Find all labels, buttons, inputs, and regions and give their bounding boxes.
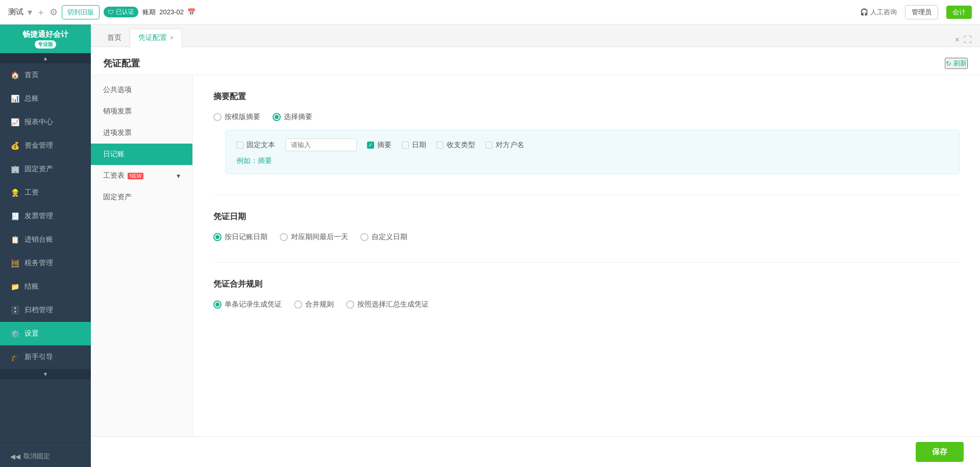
- sidebar-item-guide[interactable]: 🎓 新手引导: [0, 345, 91, 369]
- summary-section: 摘要配置 按模版摘要 选择摘要: [213, 91, 960, 174]
- sidebar-scroll-down[interactable]: ▼: [0, 369, 91, 379]
- service-button[interactable]: 🎧 人工咨询: [860, 8, 897, 17]
- tab-bar-actions: × ⛶: [955, 35, 972, 46]
- switch-old-version-button[interactable]: 切到旧版: [62, 5, 100, 19]
- checkbox-income-type[interactable]: 收支类型: [436, 141, 475, 150]
- config-panel: 摘要配置 按模版摘要 选择摘要: [193, 75, 980, 436]
- invoice-icon: 🧾: [10, 212, 19, 221]
- dropdown-icon[interactable]: ▾: [28, 7, 32, 18]
- add-icon[interactable]: ＋: [36, 6, 45, 18]
- home-icon: 🏠: [10, 71, 19, 80]
- period-label: 账期 2023-02 📅: [142, 8, 195, 17]
- merge-title: 凭证合并规则: [213, 279, 960, 290]
- sidebar-item-report[interactable]: 📈 报表中心: [0, 110, 91, 134]
- checkbox-fixed-text[interactable]: 固定文本: [236, 141, 275, 150]
- counterparty-checkbox: [485, 142, 493, 149]
- tab-close-icon[interactable]: ×: [955, 35, 960, 44]
- fixed-text-input[interactable]: [285, 138, 357, 151]
- left-nav-journal[interactable]: 日记账: [91, 144, 192, 165]
- date-section: 凭证日期 按日记账日期 对应期间最后一天: [213, 212, 960, 242]
- summary-radio-group: 按模版摘要 选择摘要: [213, 112, 960, 122]
- sidebar-pin-button[interactable]: ◀◀ 取消固定: [0, 446, 91, 467]
- radio-select-summary[interactable]: 选择摘要: [273, 112, 312, 122]
- sidebar-item-tax[interactable]: 🧮 税务管理: [0, 251, 91, 275]
- sidebar-item-archive[interactable]: 🗄️ 归档管理: [0, 298, 91, 322]
- left-nav-fixed-assets[interactable]: 固定资产: [91, 186, 192, 208]
- radio-merge-circle: [294, 300, 302, 309]
- radio-single-circle: [213, 300, 222, 309]
- tab-close-button[interactable]: ×: [170, 34, 174, 41]
- content-wrapper: 首页 凭证配置 × × ⛶ 凭证配置 ↻ 刷新: [91, 25, 980, 467]
- user-button[interactable]: 管理员: [905, 5, 938, 19]
- tax-icon: 🧮: [10, 259, 19, 268]
- refresh-button[interactable]: ↻ 刷新: [945, 58, 968, 69]
- certified-badge: 🛡 已认证: [104, 7, 138, 17]
- sidebar-scroll-up[interactable]: ▲: [0, 53, 91, 63]
- divider-1: [213, 195, 960, 195]
- tab-home[interactable]: 首页: [99, 29, 130, 46]
- config-body: 公共选项 销项发票 进项发票 日记账 工资表: [91, 75, 980, 436]
- left-nav-payroll-table[interactable]: 工资表 NEW ▾: [91, 165, 192, 186]
- sidebar-logo: 畅捷通好会计 专业版: [0, 25, 91, 53]
- page-header: 凭证配置 ↻ 刷新: [91, 47, 980, 75]
- topbar-left: 测试 ▾ ＋ ⚙ 切到旧版 🛡 已认证 账期 2023-02 📅: [8, 5, 195, 19]
- radio-period-last[interactable]: 对应期间最后一天: [280, 232, 348, 242]
- save-button[interactable]: 保存: [916, 442, 964, 462]
- tab-expand-icon[interactable]: ⛶: [964, 35, 972, 44]
- radio-single[interactable]: 单条记录生成凭证: [213, 300, 282, 309]
- bottom-bar: 保存: [91, 436, 980, 467]
- sidebar-item-payroll[interactable]: 👷 工资: [0, 181, 91, 204]
- radio-journal-date[interactable]: 按日记账日期: [213, 232, 267, 242]
- sidebar-item-ledger[interactable]: 📊 总账: [0, 87, 91, 110]
- role-button[interactable]: 会计: [946, 6, 972, 19]
- merge-radio-group: 单条记录生成凭证 合并规则 按照选择汇总生成凭证: [213, 300, 960, 309]
- sidebar-item-home[interactable]: 🏠 首页: [0, 63, 91, 87]
- ledger-icon: 📊: [10, 94, 19, 103]
- radio-select-circle: [273, 113, 281, 121]
- summary-checkbox: ✓: [367, 142, 374, 149]
- radio-merge-rule[interactable]: 合并规则: [294, 300, 334, 309]
- fixed-text-checkbox: [236, 142, 243, 149]
- topbar-right: 🎧 人工咨询 管理员 会计: [860, 5, 972, 19]
- page-title: 凭证配置: [103, 57, 140, 69]
- radio-template-summary[interactable]: 按模版摘要: [213, 112, 260, 122]
- sidebar-item-settings[interactable]: ⚙️ 设置: [0, 322, 91, 345]
- tab-bar: 首页 凭证配置 × × ⛶: [91, 25, 980, 47]
- radio-template-circle: [213, 113, 222, 121]
- page-content: 凭证配置 ↻ 刷新 公共选项 销项发票: [91, 47, 980, 436]
- merge-section: 凭证合并规则 单条记录生成凭证 合并规则: [213, 279, 960, 309]
- project-name: 测试: [8, 7, 23, 17]
- checkbox-date[interactable]: 日期: [402, 141, 426, 150]
- sidebar-item-invoice[interactable]: 🧾 发票管理: [0, 204, 91, 228]
- app-container: 测试 ▾ ＋ ⚙ 切到旧版 🛡 已认证 账期 2023-02 📅 🎧 人工咨询 …: [0, 0, 980, 467]
- main-area: 畅捷通好会计 专业版 ▲ 🏠 首页 📊 总账 📈 报表中心 💰 资金管理 🏢: [0, 25, 980, 467]
- sidebar-bottom: ◀◀ 取消固定: [0, 445, 91, 467]
- left-nav-sales-invoice[interactable]: 销项发票: [91, 101, 192, 122]
- closing-icon: 📁: [10, 282, 19, 291]
- left-nav: 公共选项 销项发票 进项发票 日记账 工资表: [91, 75, 193, 436]
- radio-custom-circle: [360, 233, 369, 241]
- guide-icon: 🎓: [10, 353, 19, 362]
- radio-by-select[interactable]: 按照选择汇总生成凭证: [346, 300, 429, 309]
- date-checkbox: [402, 142, 409, 149]
- settings-icon[interactable]: ⚙: [50, 7, 58, 18]
- radio-by-select-circle: [346, 300, 354, 309]
- refresh-icon: ↻: [946, 60, 951, 67]
- checkbox-summary[interactable]: ✓ 摘要: [367, 141, 391, 150]
- date-title: 凭证日期: [213, 212, 960, 222]
- checkbox-counterparty[interactable]: 对方户名: [485, 141, 524, 150]
- expand-icon: ▾: [177, 172, 180, 180]
- summary-options-row: 固定文本 ✓ 摘要 日期: [236, 138, 949, 151]
- sidebar-item-fixed-assets[interactable]: 🏢 固定资产: [0, 157, 91, 181]
- left-nav-public[interactable]: 公共选项: [91, 79, 192, 101]
- sidebar-item-closing[interactable]: 📁 结账: [0, 275, 91, 298]
- tab-voucher-config[interactable]: 凭证配置 ×: [130, 29, 182, 47]
- summary-options-box: 固定文本 ✓ 摘要 日期: [226, 130, 960, 174]
- sidebar-item-purchase-sales[interactable]: 📋 进销台账: [0, 228, 91, 251]
- sidebar-item-finance[interactable]: 💰 资金管理: [0, 134, 91, 157]
- finance-icon: 💰: [10, 141, 19, 150]
- topbar: 测试 ▾ ＋ ⚙ 切到旧版 🛡 已认证 账期 2023-02 📅 🎧 人工咨询 …: [0, 0, 980, 25]
- settings-nav-icon: ⚙️: [10, 329, 19, 338]
- radio-custom-date[interactable]: 自定义日期: [360, 232, 407, 242]
- left-nav-purchase-invoice[interactable]: 进项发票: [91, 122, 192, 144]
